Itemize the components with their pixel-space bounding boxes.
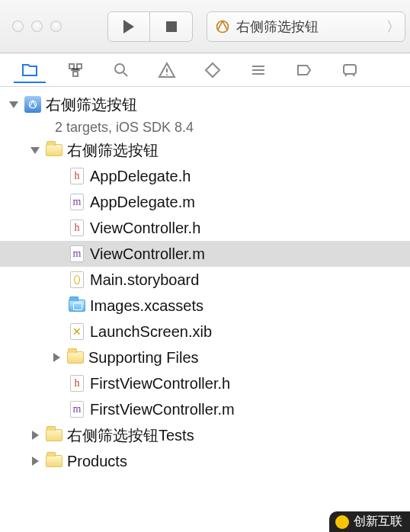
watermark-text: 创新互联 <box>354 514 402 530</box>
stop-button[interactable] <box>150 11 193 42</box>
file-row[interactable]: Main.storyboard <box>0 267 410 293</box>
symbol-navigator-tab[interactable] <box>59 57 91 83</box>
navigator-filter-bar <box>0 53 410 87</box>
close-window-icon[interactable] <box>12 21 24 32</box>
disclosure-triangle[interactable] <box>8 98 20 111</box>
file-row[interactable]: h AppDelegate.h <box>0 163 410 189</box>
zoom-window-icon[interactable] <box>50 21 62 32</box>
file-name: ViewController.h <box>90 220 200 237</box>
group-name: 右侧筛选按钮 <box>67 140 159 161</box>
file-name: ViewController.m <box>90 245 205 263</box>
svg-rect-2 <box>77 64 82 69</box>
chevron-right-icon: 〉 <box>386 18 400 36</box>
debug-navigator-tab[interactable] <box>242 57 274 83</box>
group-row[interactable]: Supporting Files <box>0 345 410 370</box>
disclosure-triangle[interactable] <box>29 144 41 156</box>
file-name: AppDelegate.h <box>90 168 191 185</box>
disclosure-triangle[interactable] <box>29 455 41 467</box>
svg-rect-3 <box>73 72 78 76</box>
file-name: Images.xcassets <box>90 297 203 315</box>
file-row[interactable]: h ViewController.h <box>0 215 410 241</box>
watermark: 创新互联 <box>329 511 410 532</box>
file-name: FirstViewController.m <box>90 401 235 418</box>
scheme-label: 右侧筛选按钮 <box>236 18 319 36</box>
project-subtitle: 2 targets, iOS SDK 8.4 <box>55 120 194 136</box>
group-name: 右侧筛选按钮Tests <box>67 425 194 446</box>
svg-rect-1 <box>69 64 74 69</box>
file-name: FirstViewController.h <box>90 375 230 393</box>
find-navigator-tab[interactable] <box>105 57 137 83</box>
impl-file-icon: m <box>69 401 85 418</box>
title-bar: 右侧筛选按钮 〉 <box>0 0 410 53</box>
header-file-icon: h <box>69 220 85 236</box>
run-controls <box>107 11 193 42</box>
project-icon <box>24 96 41 113</box>
disclosure-triangle[interactable] <box>50 351 62 364</box>
test-navigator-tab[interactable] <box>197 57 229 83</box>
file-name: LaunchScreen.xib <box>90 323 212 341</box>
project-subtitle-row: 2 targets, iOS SDK 8.4 <box>0 117 410 137</box>
file-name: AppDelegate.m <box>90 194 195 211</box>
assets-folder-icon <box>69 297 85 314</box>
disclosure-triangle[interactable] <box>29 429 41 441</box>
folder-icon <box>46 142 62 159</box>
file-row[interactable]: h FirstViewController.h <box>0 370 410 396</box>
folder-icon <box>46 427 62 444</box>
project-name: 右侧筛选按钮 <box>46 95 137 115</box>
file-row[interactable]: m FirstViewController.m <box>0 396 410 422</box>
scheme-selector[interactable]: 右侧筛选按钮 〉 <box>207 11 405 42</box>
app-icon <box>215 19 230 34</box>
file-row[interactable]: Images.xcassets <box>0 293 410 319</box>
watermark-icon <box>335 515 349 529</box>
project-row[interactable]: 右侧筛选按钮 <box>0 91 410 117</box>
xib-file-icon: ✕ <box>69 323 85 340</box>
svg-point-5 <box>166 74 168 75</box>
svg-point-0 <box>217 21 229 32</box>
group-row[interactable]: Products <box>0 448 410 474</box>
impl-file-icon: m <box>69 245 85 262</box>
report-navigator-tab[interactable] <box>334 57 366 83</box>
header-file-icon: h <box>69 168 85 184</box>
play-icon <box>123 20 134 34</box>
svg-point-7 <box>29 101 36 107</box>
stop-icon <box>166 21 177 32</box>
group-name: Products <box>67 453 127 470</box>
project-navigator: 右侧筛选按钮 2 targets, iOS SDK 8.4 右侧筛选按钮 h A… <box>0 87 410 474</box>
folder-icon <box>67 349 84 366</box>
file-name: Main.storyboard <box>90 271 199 289</box>
group-name: Supporting Files <box>88 349 199 367</box>
file-row[interactable]: ✕ LaunchScreen.xib <box>0 319 410 345</box>
folder-icon <box>46 453 62 470</box>
header-file-icon: h <box>69 375 85 392</box>
svg-point-4 <box>115 64 124 73</box>
breakpoint-navigator-tab[interactable] <box>288 57 320 83</box>
file-row[interactable]: m AppDelegate.m <box>0 189 410 215</box>
run-button[interactable] <box>107 11 150 42</box>
svg-rect-6 <box>344 65 356 74</box>
file-row[interactable]: m ViewController.m <box>0 241 410 267</box>
minimize-window-icon[interactable] <box>31 21 43 32</box>
window-traffic-lights <box>12 21 62 32</box>
group-row[interactable]: 右侧筛选按钮 <box>0 137 410 163</box>
group-row[interactable]: 右侧筛选按钮Tests <box>0 422 410 448</box>
impl-file-icon: m <box>69 194 85 210</box>
issue-navigator-tab[interactable] <box>151 57 183 83</box>
project-navigator-tab[interactable] <box>14 57 46 83</box>
storyboard-file-icon <box>69 271 85 288</box>
